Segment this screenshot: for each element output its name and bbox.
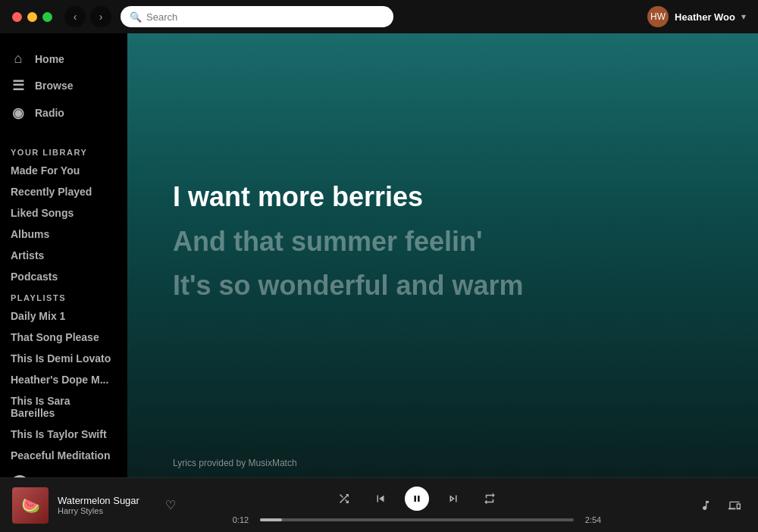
sidebar-nav: ⌂ Home ☰ Browse ◉ Radio [0, 45, 127, 127]
sidebar-playlist-this-is-taylor[interactable]: This Is Taylor Swift [0, 424, 127, 445]
sidebar-item-label-home: Home [35, 53, 64, 65]
sidebar-playlist-heathers-dope[interactable]: Heather's Dope M... [0, 369, 127, 390]
track-title: Watermelon Sugar [58, 495, 153, 506]
next-button[interactable] [441, 487, 465, 511]
sidebar-playlist-daily-mix-1[interactable]: Daily Mix 1 [0, 305, 127, 327]
lyric-line-1: I want more berries [173, 178, 713, 216]
progress-track[interactable] [260, 518, 574, 521]
top-bar: ‹ › 🔍 HW Heather Woo ▾ [0, 0, 758, 33]
sidebar-item-albums[interactable]: Albums [0, 224, 127, 245]
chevron-down-icon: ▾ [741, 11, 746, 22]
search-bar: 🔍 [121, 6, 393, 27]
avatar: HW [647, 6, 669, 27]
track-thumbnail: 🍉 [12, 487, 49, 524]
lyrics-button[interactable] [694, 494, 717, 517]
track-text: Watermelon Sugar Harry Styles [58, 495, 153, 515]
sidebar-item-recently-played[interactable]: Recently Played [0, 181, 127, 202]
nav-arrows: ‹ › [64, 6, 111, 27]
sidebar-item-label-radio: Radio [35, 107, 64, 119]
browse-icon: ☰ [11, 77, 26, 94]
shuffle-button[interactable] [332, 487, 356, 511]
window-controls [12, 12, 52, 22]
forward-button[interactable]: › [90, 6, 111, 27]
player: 🍉 Watermelon Sugar Harry Styles ♡ [0, 477, 758, 532]
sidebar-item-liked-songs[interactable]: Liked Songs [0, 202, 127, 224]
lyric-line-2: And that summer feelin' [173, 223, 713, 261]
track-info: 🍉 Watermelon Sugar Harry Styles ♡ [12, 487, 179, 524]
lyrics-area: I want more berries And that summer feel… [127, 33, 758, 449]
devices-button[interactable] [723, 494, 746, 517]
player-controls: 0:12 2:54 [179, 487, 655, 524]
sidebar-item-artists[interactable]: Artists [0, 245, 127, 266]
previous-button[interactable] [368, 487, 393, 511]
radio-icon: ◉ [11, 105, 26, 121]
window-maximize-button[interactable] [42, 12, 52, 22]
repeat-button[interactable] [478, 487, 502, 511]
sidebar-item-label-browse: Browse [35, 80, 74, 92]
sidebar-item-home[interactable]: ⌂ Home [11, 45, 117, 72]
progress-fill [260, 518, 282, 521]
like-button[interactable]: ♡ [162, 495, 179, 515]
sidebar-item-made-for-you[interactable]: Made For You [0, 160, 127, 181]
home-icon: ⌂ [11, 51, 26, 67]
track-artist: Harry Styles [58, 506, 153, 515]
lyrics-credit: Lyrics provided by MusixMatch [127, 449, 758, 477]
new-playlist-button[interactable]: + New Playlist [0, 466, 127, 477]
window-close-button[interactable] [12, 12, 22, 22]
main-area: ⌂ Home ☰ Browse ◉ Radio YOUR LIBRARY Mad… [0, 33, 758, 477]
sidebar-item-browse[interactable]: ☰ Browse [11, 72, 117, 99]
sidebar-item-radio[interactable]: ◉ Radio [11, 99, 117, 127]
sidebar-playlist-this-is-demi[interactable]: This Is Demi Lovato [0, 348, 127, 369]
playlists-section-title: PLAYLISTS [0, 287, 127, 305]
sidebar: ⌂ Home ☰ Browse ◉ Radio YOUR LIBRARY Mad… [0, 33, 127, 477]
back-button[interactable]: ‹ [64, 6, 86, 27]
play-pause-button[interactable] [405, 487, 429, 511]
lyric-line-3: It's so wonderful and warm [173, 267, 713, 305]
sidebar-playlist-that-song-please[interactable]: That Song Please [0, 327, 127, 348]
sidebar-item-podcasts[interactable]: Podcasts [0, 266, 127, 287]
library-section-title: YOUR LIBRARY [0, 142, 127, 160]
control-buttons [332, 487, 502, 511]
user-name: Heather Woo [675, 11, 735, 23]
search-icon: 🔍 [130, 11, 142, 23]
user-area[interactable]: HW Heather Woo ▾ [647, 6, 746, 27]
main-content: I want more berries And that summer feel… [127, 33, 758, 477]
search-input[interactable] [146, 11, 384, 23]
sidebar-playlist-this-is-sara[interactable]: This Is Sara Bareilles [0, 390, 127, 424]
progress-bar[interactable]: 0:12 2:54 [227, 515, 606, 524]
sidebar-playlist-peaceful[interactable]: Peaceful Meditation [0, 445, 127, 466]
player-extras [655, 494, 746, 517]
window-minimize-button[interactable] [27, 12, 37, 22]
time-total: 2:54 [580, 515, 606, 524]
time-current: 0:12 [227, 515, 254, 524]
